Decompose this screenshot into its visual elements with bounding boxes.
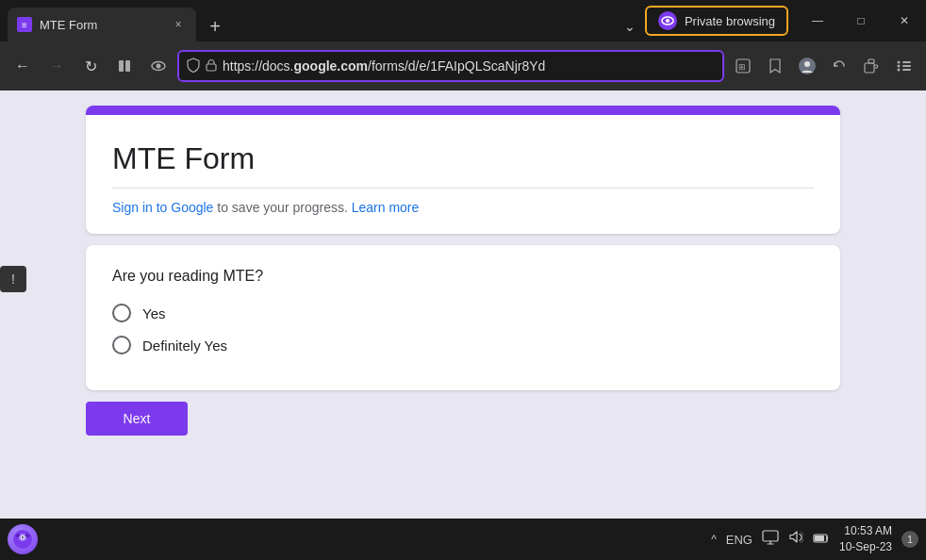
radio-option-yes[interactable]: Yes	[112, 304, 814, 322]
taskbar-show-hidden-button[interactable]: ^	[711, 533, 717, 546]
form-signin-section: Sign in to Google to save your progress.…	[112, 200, 814, 215]
svg-rect-2	[119, 60, 124, 72]
bookmark-button[interactable]	[760, 51, 790, 81]
svg-point-14	[898, 65, 901, 68]
tab-close-button[interactable]: ×	[170, 16, 187, 33]
taskbar-avatar-icon	[8, 524, 38, 554]
question-text: Are you reading MTE?	[112, 268, 814, 285]
address-bar[interactable]: https://docs.google.com/forms/d/e/1FAIpQ…	[177, 50, 724, 82]
svg-rect-27	[815, 535, 824, 541]
taskbar-time: 10:53 AM	[839, 523, 892, 539]
taskbar-language[interactable]: ENG	[726, 533, 752, 547]
svg-rect-17	[902, 65, 911, 67]
save-progress-text: to save your progress.	[213, 200, 351, 215]
svg-point-15	[898, 69, 901, 72]
sync-button[interactable]	[824, 51, 854, 81]
svg-point-1	[666, 19, 670, 23]
next-button[interactable]: Next	[86, 402, 188, 436]
forward-button[interactable]: →	[41, 51, 72, 81]
user-avatar-button[interactable]	[792, 51, 822, 81]
svg-point-22	[22, 536, 24, 538]
taskbar-monitor-icon[interactable]	[762, 530, 779, 549]
form-divider	[112, 188, 814, 189]
svg-rect-12	[868, 59, 874, 63]
svg-point-13	[898, 61, 901, 64]
svg-rect-6	[207, 64, 216, 71]
tab-strip: ≡ MTE Form × + ⌄	[0, 0, 645, 41]
svg-text:⊞: ⊞	[738, 62, 746, 72]
svg-point-5	[157, 64, 161, 69]
form-header-card: MTE Form Sign in to Google to save your …	[86, 106, 840, 234]
tab-favicon-icon: ≡	[17, 17, 32, 32]
toolbar-right: ⊞	[728, 51, 918, 81]
taskbar: ^ ENG 10:53 AM 10-Sep-23 1	[0, 519, 926, 560]
svg-rect-3	[125, 60, 130, 72]
tab-title: MTE Form	[40, 18, 162, 32]
private-browsing-label: Private browsing	[685, 14, 775, 28]
private-browsing-icon	[658, 11, 677, 30]
browser-content: MTE Form Sign in to Google to save your …	[0, 91, 926, 519]
sign-in-link[interactable]: Sign in to Google	[112, 200, 213, 215]
title-bar: ≡ MTE Form × + ⌄ Private browsing — □ ✕	[0, 0, 926, 41]
minimize-button[interactable]: —	[796, 0, 839, 41]
back-button[interactable]: ←	[8, 51, 38, 81]
learn-more-link[interactable]: Learn more	[352, 200, 420, 215]
svg-rect-25	[763, 531, 778, 541]
new-tab-button[interactable]: +	[200, 11, 230, 41]
taskbar-speaker-icon[interactable]	[788, 530, 803, 549]
shield-icon	[187, 58, 200, 75]
reading-view-button[interactable]	[109, 51, 140, 81]
form-title: MTE Form	[112, 141, 814, 176]
extensions-button[interactable]	[856, 51, 886, 81]
taskbar-notification-badge[interactable]: 1	[901, 531, 918, 548]
window-controls: — □ ✕	[796, 0, 926, 41]
url-text: https://docs.google.com/forms/d/e/1FAIpQ…	[223, 58, 715, 74]
radio-option-definitely-yes[interactable]: Definitely Yes	[112, 336, 814, 354]
private-browsing-badge[interactable]: Private browsing	[645, 6, 788, 36]
radio-label-yes: Yes	[142, 305, 165, 321]
active-tab[interactable]: ≡ MTE Form ×	[8, 8, 196, 41]
close-button[interactable]: ✕	[883, 0, 926, 41]
maximize-button[interactable]: □	[839, 0, 883, 41]
tab-dropdown-button[interactable]: ⌄	[615, 11, 645, 41]
translate-button[interactable]: ⊞	[728, 51, 758, 81]
radio-label-definitely-yes: Definitely Yes	[142, 338, 227, 354]
svg-rect-16	[902, 61, 911, 63]
taskbar-battery-icon[interactable]	[813, 531, 830, 548]
taskbar-avatar[interactable]	[8, 524, 38, 554]
form-question-card: Are you reading MTE? Yes Definitely Yes	[86, 245, 840, 390]
taskbar-right: ^ ENG 10:53 AM 10-Sep-23 1	[711, 523, 918, 555]
svg-point-10	[804, 61, 810, 67]
svg-rect-18	[902, 69, 911, 71]
radio-circle-yes[interactable]	[112, 304, 131, 322]
form-accent-bar	[86, 106, 840, 115]
radio-circle-definitely-yes[interactable]	[112, 336, 131, 354]
refresh-button[interactable]: ↻	[75, 51, 106, 81]
taskbar-date: 10-Sep-23	[839, 539, 892, 555]
menu-button[interactable]	[888, 51, 918, 81]
taskbar-clock[interactable]: 10:53 AM 10-Sep-23	[839, 523, 892, 555]
lock-icon	[206, 58, 217, 74]
svg-rect-11	[865, 63, 874, 73]
navigation-bar: ← → ↻ https://docs.google.com/forms/d/e/…	[0, 41, 926, 91]
feedback-button[interactable]: !	[0, 266, 26, 292]
private-icon-button[interactable]	[143, 51, 174, 81]
